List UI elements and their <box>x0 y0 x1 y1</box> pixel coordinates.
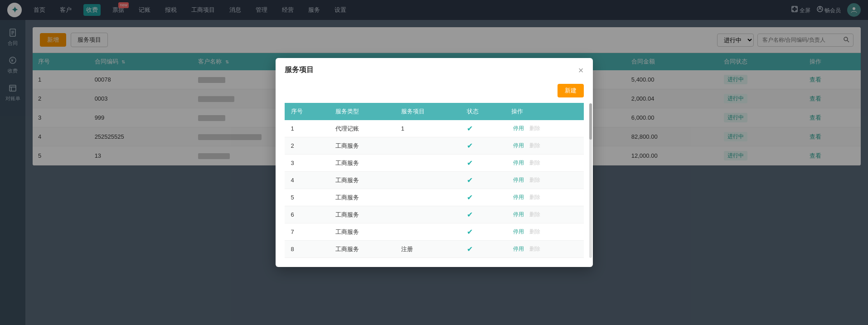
modal-cell-type: 工商服务 <box>329 223 395 241</box>
modal-cell-item <box>395 137 461 155</box>
disable-button[interactable]: 停用 <box>511 211 526 218</box>
modal-table-row: 3 工商服务 ✔ 停用 删除 <box>285 155 584 172</box>
modal-cell-actions: 停用 删除 <box>505 223 584 241</box>
modal-cell-status: ✔ <box>461 172 505 189</box>
modal-col-type: 服务类型 <box>329 103 395 120</box>
service-table: 序号 服务类型 服务项目 状态 操作 1 代理记账 1 ✔ 停用 <box>285 103 584 258</box>
modal-col-item: 服务项目 <box>395 103 461 120</box>
modal-col-action: 操作 <box>505 103 584 120</box>
modal-cell-item <box>395 206 461 223</box>
modal-cell-seq: 8 <box>285 241 329 258</box>
modal-col-status: 状态 <box>461 103 505 120</box>
modal-cell-status: ✔ <box>461 120 505 137</box>
modal-cell-actions: 停用 删除 <box>505 189 584 206</box>
modal-cell-actions: 停用 删除 <box>505 241 584 258</box>
service-modal: 服务项目 × 新建 序号 服务类型 服务项目 状态 操作 <box>276 58 593 267</box>
modal-cell-seq: 3 <box>285 155 329 172</box>
delete-button[interactable]: 删除 <box>528 142 542 150</box>
delete-button[interactable]: 删除 <box>528 125 542 132</box>
modal-cell-seq: 7 <box>285 223 329 241</box>
delete-button[interactable]: 删除 <box>528 228 542 236</box>
modal-table-row: 7 工商服务 ✔ 停用 删除 <box>285 223 584 241</box>
modal-cell-actions: 停用 删除 <box>505 206 584 223</box>
disable-button[interactable]: 停用 <box>511 245 526 253</box>
modal-col-seq: 序号 <box>285 103 329 120</box>
modal-cell-item: 1 <box>395 120 461 137</box>
modal-cell-type: 工商服务 <box>329 189 395 206</box>
modal-cell-status: ✔ <box>461 137 505 155</box>
modal-cell-status: ✔ <box>461 206 505 223</box>
modal-body: 新建 序号 服务类型 服务项目 状态 操作 1 代理记账 1 <box>276 80 593 267</box>
modal-table-row: 5 工商服务 ✔ 停用 删除 <box>285 189 584 206</box>
modal-cell-type: 工商服务 <box>329 137 395 155</box>
modal-table-row: 4 工商服务 ✔ 停用 删除 <box>285 172 584 189</box>
disable-button[interactable]: 停用 <box>511 125 526 132</box>
modal-scrollbar[interactable] <box>589 103 592 258</box>
modal-cell-type: 工商服务 <box>329 206 395 223</box>
modal-cell-seq: 4 <box>285 172 329 189</box>
modal-close-button[interactable]: × <box>578 66 584 75</box>
delete-button[interactable]: 删除 <box>528 194 542 201</box>
modal-cell-status: ✔ <box>461 241 505 258</box>
modal-cell-item <box>395 155 461 172</box>
modal-table-row: 1 代理记账 1 ✔ 停用 删除 <box>285 120 584 137</box>
modal-new-button[interactable]: 新建 <box>558 84 584 97</box>
disable-button[interactable]: 停用 <box>511 228 526 236</box>
modal-cell-seq: 5 <box>285 189 329 206</box>
modal-cell-type: 工商服务 <box>329 155 395 172</box>
delete-button[interactable]: 删除 <box>528 176 542 184</box>
modal-cell-status: ✔ <box>461 223 505 241</box>
modal-cell-seq: 2 <box>285 137 329 155</box>
modal-header: 服务项目 × <box>276 58 593 80</box>
disable-button[interactable]: 停用 <box>511 159 526 167</box>
modal-toolbar: 新建 <box>285 80 584 97</box>
modal-cell-type: 代理记账 <box>329 120 395 137</box>
modal-cell-seq: 1 <box>285 120 329 137</box>
delete-button[interactable]: 删除 <box>528 159 542 167</box>
modal-table-row: 6 工商服务 ✔ 停用 删除 <box>285 206 584 223</box>
modal-cell-item <box>395 172 461 189</box>
modal-cell-status: ✔ <box>461 189 505 206</box>
modal-table-row: 2 工商服务 ✔ 停用 删除 <box>285 137 584 155</box>
modal-cell-actions: 停用 删除 <box>505 137 584 155</box>
disable-button[interactable]: 停用 <box>511 142 526 150</box>
modal-table-row: 8 工商服务 注册 ✔ 停用 删除 <box>285 241 584 258</box>
modal-cell-type: 工商服务 <box>329 172 395 189</box>
delete-button[interactable]: 删除 <box>528 211 542 218</box>
modal-cell-actions: 停用 删除 <box>505 155 584 172</box>
modal-overlay[interactable]: 服务项目 × 新建 序号 服务类型 服务项目 状态 操作 <box>0 0 868 325</box>
modal-cell-item <box>395 189 461 206</box>
modal-cell-item <box>395 223 461 241</box>
disable-button[interactable]: 停用 <box>511 194 526 201</box>
modal-title: 服务项目 <box>285 65 314 75</box>
disable-button[interactable]: 停用 <box>511 176 526 184</box>
modal-cell-item: 注册 <box>395 241 461 258</box>
modal-cell-actions: 停用 删除 <box>505 172 584 189</box>
modal-cell-actions: 停用 删除 <box>505 120 584 137</box>
modal-cell-type: 工商服务 <box>329 241 395 258</box>
modal-cell-seq: 6 <box>285 206 329 223</box>
delete-button[interactable]: 删除 <box>528 245 542 253</box>
modal-scrollbar-thumb <box>589 103 592 140</box>
modal-cell-status: ✔ <box>461 155 505 172</box>
